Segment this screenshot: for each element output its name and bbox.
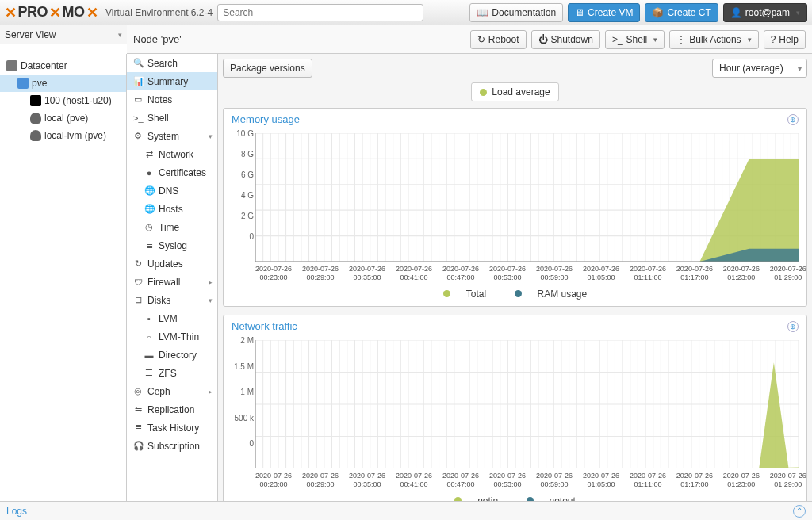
content-pane: Package versions Hour (average) Load ave… [218, 54, 812, 501]
tree-view-selector[interactable]: Server View ▾ [0, 25, 127, 44]
menu-subscription[interactable]: 🎧Subscription [127, 437, 217, 455]
globe-icon: 🌐 [144, 204, 154, 214]
node-toolbar: Node 'pve' ↻ Reboot ⏻ Shutdown >_ Shell … [127, 25, 812, 54]
network-icon: ⇄ [144, 149, 154, 159]
menu-firewall[interactable]: 🛡Firewall▸ [127, 273, 217, 291]
storage-icon [30, 113, 41, 124]
menu-lvm-thin[interactable]: ▫LVM-Thin [127, 327, 217, 346]
network-traffic-panel: Network traffic⊕ 0500 k1 M1.5 M2 M 2020-… [223, 315, 807, 501]
replication-icon: ⇋ [133, 404, 143, 415]
shield-icon: 🛡 [133, 277, 143, 287]
dot-icon [480, 89, 487, 96]
user-menu[interactable]: 👤 root@pam [723, 3, 807, 22]
tree-storage-local-lvm[interactable]: local-lvm (pve) [0, 127, 126, 144]
menu-syslog[interactable]: ≣Syslog [127, 236, 217, 254]
folder-icon: ▬ [144, 350, 154, 360]
menu-certificates[interactable]: ●Certificates [127, 163, 217, 182]
expand-logs-icon[interactable]: ⌃ [793, 505, 806, 518]
logs-bar[interactable]: Logs ⌃ [0, 501, 812, 520]
storage-icon [30, 130, 41, 141]
dot-icon [443, 290, 450, 297]
gears-icon: ⚙ [133, 131, 143, 141]
support-icon: 🎧 [133, 441, 143, 451]
global-search[interactable] [217, 4, 423, 21]
dot-icon [515, 290, 522, 297]
list-icon: ≣ [133, 422, 143, 433]
menu-directory[interactable]: ▬Directory [127, 346, 217, 364]
shutdown-button[interactable]: ⏻ Shutdown [531, 30, 600, 49]
shell-button[interactable]: >_ Shell [605, 30, 665, 49]
clock-icon: ◷ [144, 222, 154, 232]
list-icon: ≣ [144, 240, 154, 250]
load-average-legend: Load average [471, 82, 558, 101]
cert-icon: ● [144, 168, 154, 178]
menu-hosts[interactable]: 🌐Hosts [127, 200, 217, 218]
timerange-select[interactable]: Hour (average) [712, 59, 807, 78]
menu-task-history[interactable]: ≣Task History [127, 419, 217, 437]
menu-system[interactable]: ⚙System▾ [127, 127, 217, 145]
documentation-button[interactable]: 📖 Documentation [469, 3, 563, 22]
reboot-button[interactable]: ↻ Reboot [470, 30, 527, 49]
menu-disks[interactable]: ⊟Disks▾ [127, 291, 217, 309]
tree-node-pve[interactable]: pve [0, 75, 126, 92]
menu-summary[interactable]: 📊Summary [127, 72, 217, 90]
bulk-actions-button[interactable]: ⋮ Bulk Actions [669, 30, 758, 49]
logo: ✕ PRO✕MO✕ [5, 4, 98, 21]
menu-notes[interactable]: ▭Notes [127, 90, 217, 109]
block-icon: ▫ [144, 332, 154, 342]
memory-chart: 02 G4 G6 G8 G10 G [224, 130, 806, 265]
main-area: Datacenter pve 100 (host1-u20) local (pv… [0, 54, 812, 501]
tree-vm-100[interactable]: 100 (host1-u20) [0, 92, 126, 109]
block-icon: ▪ [144, 314, 154, 323]
chart-icon: 📊 [133, 76, 143, 86]
resource-tree: Datacenter pve 100 (host1-u20) local (pv… [0, 54, 127, 501]
refresh-icon: ↻ [133, 258, 143, 269]
menu-network[interactable]: ⇄Network [127, 145, 217, 163]
network-legend: netin netout [224, 489, 806, 501]
package-versions-button[interactable]: Package versions [223, 59, 312, 78]
shell-icon: >_ [133, 113, 143, 123]
node-title: Node 'pve' [133, 33, 182, 45]
menu-dns[interactable]: 🌐DNS [127, 182, 217, 200]
logo-x-icon: ✕ [49, 4, 61, 21]
menu-time[interactable]: ◷Time [127, 218, 217, 236]
node-menu: 🔍Search 📊Summary ▭Notes >_Shell ⚙System▾… [127, 54, 218, 501]
ceph-icon: ◎ [133, 386, 143, 396]
help-button[interactable]: ? Help [764, 30, 806, 49]
datacenter-icon [6, 60, 17, 71]
panel-gear-icon[interactable]: ⊕ [787, 114, 799, 125]
menu-replication[interactable]: ⇋Replication [127, 400, 217, 419]
menu-lvm[interactable]: ▪LVM [127, 309, 217, 327]
globe-icon: 🌐 [144, 185, 154, 196]
network-chart: 0500 k1 M1.5 M2 M [224, 337, 806, 472]
logo-x-icon: ✕ [86, 4, 98, 21]
logo-x-icon: ✕ [5, 4, 17, 21]
tree-storage-local[interactable]: local (pve) [0, 109, 126, 127]
panel-title: Network traffic [232, 320, 297, 332]
tree-datacenter[interactable]: Datacenter [0, 57, 126, 75]
memory-usage-panel: Memory usage⊕ 02 G4 G6 G8 G10 G 2020-07-… [223, 108, 807, 307]
panel-gear-icon[interactable]: ⊕ [787, 321, 799, 332]
monitor-icon [30, 95, 41, 106]
server-icon [17, 78, 29, 89]
menu-zfs[interactable]: ☰ZFS [127, 364, 217, 382]
disk-icon: ⊟ [133, 295, 143, 305]
panel-title: Memory usage [232, 113, 300, 125]
create-ct-button[interactable]: 📦 Create CT [645, 3, 718, 22]
zfs-icon: ☰ [144, 368, 154, 378]
version-label: Virtual Environment 6.2-4 [105, 7, 213, 18]
menu-shell[interactable]: >_Shell [127, 109, 217, 127]
create-vm-button[interactable]: 🖥 Create VM [568, 3, 640, 22]
menu-ceph[interactable]: ◎Ceph▸ [127, 382, 217, 400]
search-input[interactable] [217, 4, 423, 21]
note-icon: ▭ [133, 94, 143, 105]
memory-legend: Total RAM usage [224, 282, 806, 307]
top-bar: ✕ PRO✕MO✕ Virtual Environment 6.2-4 📖 Do… [0, 0, 812, 25]
menu-updates[interactable]: ↻Updates [127, 254, 217, 273]
search-icon: 🔍 [133, 58, 143, 68]
menu-search[interactable]: 🔍Search [127, 54, 217, 72]
